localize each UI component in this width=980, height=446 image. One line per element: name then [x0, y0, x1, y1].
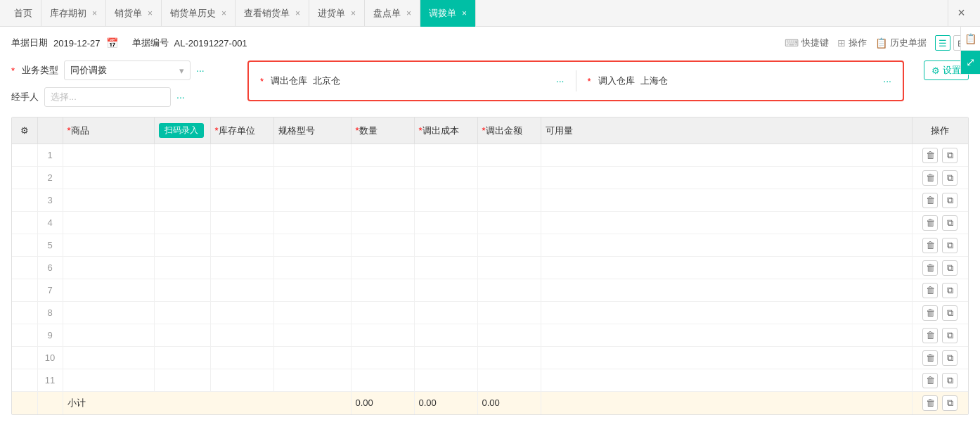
delete-icon[interactable]: 🗑	[922, 148, 938, 163]
row-product-5[interactable]	[63, 234, 154, 257]
row-amount-8[interactable]	[477, 302, 541, 324]
handler-select[interactable]: 选择...	[44, 87, 171, 107]
business-type-select[interactable]: 同价调拨 ▾	[64, 60, 191, 80]
row-product-8[interactable]	[63, 302, 154, 324]
business-type-more[interactable]: ···	[196, 65, 205, 76]
tab-inventory-init-close[interactable]: ×	[92, 8, 97, 18]
copy-icon[interactable]: ⧉	[942, 170, 958, 186]
tab-home[interactable]: 首页	[6, 0, 41, 27]
row-cost-9[interactable]	[414, 324, 477, 347]
row-product-6[interactable]	[63, 257, 154, 279]
calendar-icon[interactable]: 📅	[106, 37, 118, 49]
copy-icon[interactable]: ⧉	[942, 215, 958, 231]
row-qty-3[interactable]	[351, 189, 414, 212]
row-qty-7[interactable]	[351, 279, 414, 302]
row-amount-7[interactable]	[477, 279, 541, 302]
row-qty-9[interactable]	[351, 324, 414, 347]
tab-purchase-close[interactable]: ×	[351, 8, 356, 18]
row-amount-5[interactable]	[477, 234, 541, 257]
row-amount-4[interactable]	[477, 212, 541, 234]
tab-inventory-check[interactable]: 盘点单 ×	[365, 0, 420, 27]
copy-icon[interactable]: ⧉	[942, 373, 958, 388]
copy-icon[interactable]: ⧉	[942, 283, 958, 298]
row-product-11[interactable]	[63, 369, 154, 392]
sidebar-note-icon[interactable]: 📋	[961, 27, 981, 51]
tab-inventory-init[interactable]: 库存期初 ×	[41, 0, 106, 27]
tab-sales-order[interactable]: 销货单 ×	[106, 0, 162, 27]
delete-icon[interactable]: 🗑	[922, 260, 938, 276]
tab-purchase[interactable]: 进货单 ×	[309, 0, 365, 27]
copy-icon[interactable]: ⧉	[942, 350, 958, 366]
copy-icon[interactable]: ⧉	[942, 305, 958, 321]
tab-sales-order-close[interactable]: ×	[148, 8, 153, 18]
row-qty-5[interactable]	[351, 234, 414, 257]
row-amount-1[interactable]	[477, 144, 541, 167]
handler-more[interactable]: ···	[176, 91, 185, 103]
row-amount-9[interactable]	[477, 324, 541, 347]
scan-button[interactable]: 扫码录入	[159, 123, 204, 138]
tab-sales-history[interactable]: 销货单历史 ×	[162, 0, 236, 27]
row-cost-1[interactable]	[414, 144, 477, 167]
subtotal-amount: 0.00	[477, 392, 541, 414]
row-amount-3[interactable]	[477, 189, 541, 212]
row-product-1[interactable]	[63, 144, 154, 167]
copy-icon[interactable]: ⧉	[942, 328, 958, 343]
row-cost-4[interactable]	[414, 212, 477, 234]
shortcuts-button[interactable]: ⌨ 快捷键	[785, 37, 829, 49]
tab-view-sales-close[interactable]: ×	[295, 8, 300, 18]
row-amount-6[interactable]	[477, 257, 541, 279]
row-product-4[interactable]	[63, 212, 154, 234]
row-qty-10[interactable]	[351, 347, 414, 369]
delete-icon[interactable]: 🗑	[922, 350, 938, 366]
delete-icon[interactable]: 🗑	[922, 328, 938, 343]
layout-list-icon[interactable]: ☰	[935, 35, 950, 51]
row-qty-6[interactable]	[351, 257, 414, 279]
delete-icon[interactable]: 🗑	[922, 238, 938, 253]
copy-icon[interactable]: ⧉	[942, 193, 958, 208]
row-qty-1[interactable]	[351, 144, 414, 167]
row-amount-10[interactable]	[477, 347, 541, 369]
transfer-in-more[interactable]: ···	[883, 75, 891, 87]
subtotal-copy-icon[interactable]: ⧉	[942, 395, 958, 411]
history-button[interactable]: 📋 历史单据	[875, 37, 927, 49]
delete-icon[interactable]: 🗑	[922, 283, 938, 298]
row-product-7[interactable]	[63, 279, 154, 302]
copy-icon[interactable]: ⧉	[942, 260, 958, 276]
row-cost-11[interactable]	[414, 369, 477, 392]
row-product-9[interactable]	[63, 324, 154, 347]
tab-inventory-check-close[interactable]: ×	[406, 8, 411, 18]
row-cost-3[interactable]	[414, 189, 477, 212]
row-cost-8[interactable]	[414, 302, 477, 324]
tab-sales-history-close[interactable]: ×	[221, 8, 226, 18]
row-cost-6[interactable]	[414, 257, 477, 279]
row-cost-7[interactable]	[414, 279, 477, 302]
delete-icon[interactable]: 🗑	[922, 170, 938, 186]
tab-view-sales[interactable]: 查看销货单 ×	[236, 0, 309, 27]
row-cost-5[interactable]	[414, 234, 477, 257]
subtotal-delete-icon[interactable]: 🗑	[922, 395, 938, 411]
tab-transfer-close[interactable]: ×	[462, 8, 467, 18]
row-qty-2[interactable]	[351, 167, 414, 189]
row-amount-11[interactable]	[477, 369, 541, 392]
row-qty-11[interactable]	[351, 369, 414, 392]
tab-bar-close-button[interactable]: ×	[948, 0, 974, 27]
tab-transfer[interactable]: 调拨单 ×	[420, 0, 476, 27]
delete-icon[interactable]: 🗑	[922, 373, 938, 388]
row-product-3[interactable]	[63, 189, 154, 212]
row-product-10[interactable]	[63, 347, 154, 369]
row-qty-4[interactable]	[351, 212, 414, 234]
delete-icon[interactable]: 🗑	[922, 193, 938, 208]
operations-button[interactable]: ⊞ 操作	[837, 37, 867, 49]
row-cost-2[interactable]	[414, 167, 477, 189]
row-product-2[interactable]	[63, 167, 154, 189]
copy-icon[interactable]: ⧉	[942, 148, 958, 163]
row-cost-10[interactable]	[414, 347, 477, 369]
sidebar-expand-icon[interactable]: ⤢	[961, 51, 981, 75]
transfer-out-more[interactable]: ···	[556, 75, 565, 87]
delete-icon[interactable]: 🗑	[922, 305, 938, 321]
col-settings-header[interactable]: ⚙	[12, 117, 37, 144]
delete-icon[interactable]: 🗑	[922, 215, 938, 231]
row-qty-8[interactable]	[351, 302, 414, 324]
copy-icon[interactable]: ⧉	[942, 238, 958, 253]
row-amount-2[interactable]	[477, 167, 541, 189]
